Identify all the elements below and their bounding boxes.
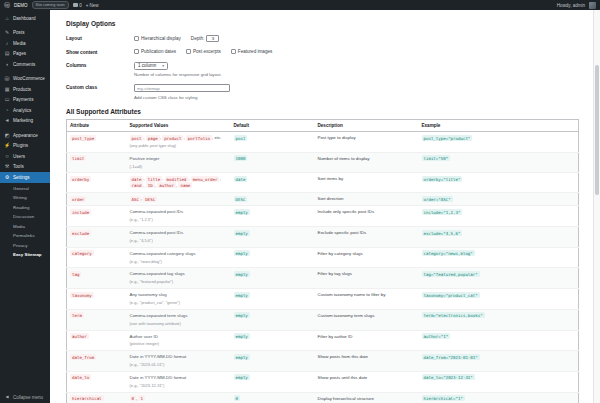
attribute-name-code: author — [70, 333, 89, 339]
sidebar-item-users[interactable]: ☺Users — [0, 151, 50, 162]
wordpress-logo-icon[interactable]: Ⓦ — [4, 0, 10, 10]
admin-menu: ⌂Dashboard✎Posts♪Media▤Pages◖CommentsⓌWo… — [0, 13, 50, 262]
site-name-link[interactable]: DEMO — [14, 3, 28, 8]
sidebar-item-label: WooCommerce — [13, 76, 45, 81]
default-value-cell: empty — [231, 289, 315, 310]
sidebar-item-analytics[interactable]: ◔Analytics — [0, 105, 50, 116]
columns-row: Columns 1 column ▾ Number of columns for… — [66, 58, 579, 81]
example-code: limit="50" — [422, 155, 451, 161]
columns-description: Number of columns for responsive grid la… — [134, 72, 222, 77]
sidebar-item-label: Media — [13, 41, 26, 46]
sidebar-subitem-general[interactable]: General — [0, 184, 50, 194]
supported-values-cell: Author user ID(positive integer) — [127, 330, 231, 351]
show-content-option-featured-images: Featured images — [231, 49, 272, 54]
show-content-row: Show content Publication datesPost excer… — [66, 45, 579, 58]
sidebar-subitem-media[interactable]: Media — [0, 222, 50, 232]
sidebar-item-products[interactable]: ▦Products — [0, 84, 50, 95]
attributes-table-header: Example — [419, 120, 579, 132]
show-content-field: Publication datesPost excerptsFeatured i… — [134, 49, 280, 54]
depth-input[interactable] — [206, 35, 219, 42]
sidebar-item-comments[interactable]: ◖Comments — [0, 59, 50, 70]
sidebar-item-tools[interactable]: ⚒Tools — [0, 162, 50, 173]
default-value-cell: date — [231, 173, 315, 193]
attribute-name-cell: post_type — [67, 132, 127, 153]
sidebar-item-settings[interactable]: ⚙Settings — [0, 172, 50, 183]
attribute-name-cell: order — [67, 193, 127, 206]
example-code: date_to="2023-12-31" — [422, 374, 475, 380]
sidebar-item-label: Comments — [13, 62, 35, 67]
attribute-description: Custom taxonomy term slugs — [315, 309, 419, 330]
supported-values-cell: Date in YYYY-MM-DD format(e.g., "2023-01… — [127, 351, 231, 372]
easy-sitemap-settings-page: Display Options Layout Hierarchical disp… — [50, 10, 593, 403]
sidebar-item-dashboard[interactable]: ⌂Dashboard — [0, 13, 50, 24]
attribute-name-cell: category — [67, 247, 127, 268]
sidebar-subitem-easy-sitemap[interactable]: Easy Sitemap — [0, 250, 50, 260]
attribute-name-code: exclude — [70, 230, 91, 236]
attribute-row-order: orderASC, DESCDESCSort directionorder="A… — [67, 193, 579, 206]
post-excerpts-checkbox[interactable] — [186, 49, 191, 54]
supported-value-note: (any public post type slug) — [130, 143, 228, 149]
default-value-cell: 0 — [231, 392, 315, 403]
attribute-description: Exclude specific post IDs — [315, 227, 419, 248]
attributes-table-header-row: AttributeSupported ValuesDefaultDescript… — [67, 120, 579, 132]
sidebar-subitem-writing[interactable]: Writing — [0, 193, 50, 203]
sidebar-item-media[interactable]: ♪Media — [0, 38, 50, 49]
default-value-code: empty — [234, 271, 250, 277]
attribute-name-code: include — [70, 209, 91, 215]
example-code: tag="featured,popular" — [422, 271, 480, 277]
sidebar-item-appearance[interactable]: ◩Appearance — [0, 130, 50, 141]
default-value-cell: 1000 — [231, 152, 315, 173]
supported-values-cell: ASC, DESC — [127, 193, 231, 206]
sidebar-item-label: Marketing — [13, 118, 33, 123]
scrollbar[interactable] — [593, 10, 600, 403]
attribute-description: Filter by author ID — [315, 330, 419, 351]
example-code: category="news,blog" — [422, 250, 475, 256]
attributes-table-header: Supported Values — [127, 120, 231, 132]
sidebar-item-plugins[interactable]: ⚡Plugins — [0, 141, 50, 152]
scrollbar-thumb[interactable] — [595, 65, 599, 195]
sidebar-item-pages[interactable]: ▤Pages — [0, 49, 50, 60]
new-content-button[interactable]: + New — [86, 3, 99, 8]
sidebar-item-marketing[interactable]: ◄Marketing — [0, 116, 50, 127]
supported-value-code: ASC — [130, 196, 141, 202]
sidebar-subitem-discussion[interactable]: Discussion — [0, 212, 50, 222]
depth-label: Depth: — [191, 36, 205, 41]
attribute-row-orderby: orderbydate, title, modified, menu_order… — [67, 173, 579, 193]
supported-values-cell: Comma-separated category slugs(e.g., "ne… — [127, 247, 231, 268]
featured-images-checkbox[interactable] — [231, 49, 236, 54]
custom-class-input[interactable] — [134, 84, 230, 92]
attribute-name-cell: exclude — [67, 227, 127, 248]
sidebar-subitem-permalinks[interactable]: Permalinks — [0, 231, 50, 241]
example-cell: hierarchical="1" — [419, 392, 579, 403]
collapse-menu-button[interactable]: ◀ Collapse menu — [0, 391, 50, 403]
gear-icon: ⚙ — [4, 175, 10, 180]
attribute-name-code: category — [70, 250, 94, 256]
attribute-name-code: date_from — [70, 354, 96, 360]
attribute-name-code: limit — [70, 155, 86, 161]
users-icon: ☺ — [4, 154, 10, 159]
sidebar-item-label: Appearance — [13, 133, 38, 138]
sidebar-item-label: Tools — [13, 164, 24, 169]
columns-select[interactable]: 1 column ▾ — [134, 62, 168, 70]
supported-value-text: , — [219, 176, 220, 181]
hierarchical-display-checkbox[interactable] — [134, 36, 139, 41]
analytics-icon: ◔ — [4, 108, 10, 113]
sidebar-item-payments[interactable]: ▭Payments — [0, 95, 50, 106]
howdy-account-link[interactable]: Howdy, admin — [557, 3, 585, 8]
sidebar-item-woocommerce[interactable]: ⓌWooCommerce — [0, 74, 50, 85]
default-value-cell: empty — [231, 247, 315, 268]
layout-label: Layout — [66, 35, 134, 41]
default-value-code: DESC — [234, 196, 248, 202]
featured-images-label: Featured images — [238, 49, 272, 54]
sidebar-item-label: Pages — [13, 51, 26, 56]
supported-values-cell: 0, 1 — [127, 392, 231, 403]
comments-bubble-link[interactable]: 0 — [73, 3, 82, 8]
sidebar-subitem-reading[interactable]: Reading — [0, 203, 50, 213]
avatar[interactable] — [589, 2, 596, 9]
attribute-row-date_from: date_fromDate in YYYY-MM-DD format(e.g.,… — [67, 351, 579, 372]
sidebar-item-posts[interactable]: ✎Posts — [0, 28, 50, 39]
supported-values-cell: Any taxonomy slug(e.g., "product_cat", "… — [127, 289, 231, 310]
sidebar-subitem-privacy[interactable]: Privacy — [0, 241, 50, 251]
publication-dates-checkbox[interactable] — [134, 49, 139, 54]
attribute-description: Number of items to display — [315, 152, 419, 173]
